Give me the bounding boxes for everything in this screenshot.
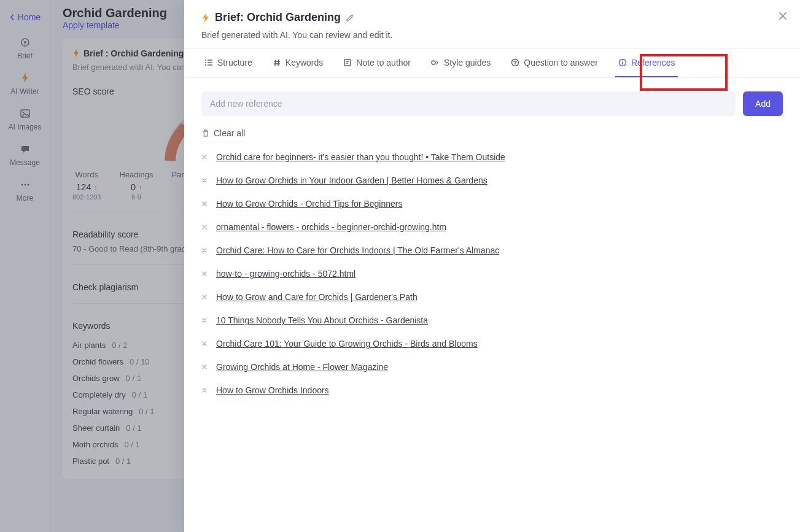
reference-item: Orchid Care: How to Care for Orchids Ind… (201, 245, 783, 255)
reference-link[interactable]: Orchid Care 101: Your Guide to Growing O… (216, 339, 478, 349)
remove-reference-icon[interactable] (201, 201, 208, 207)
reference-item: How to Grow and Care for Orchids | Garde… (201, 292, 783, 302)
modal-title: Brief: Orchid Gardening (215, 11, 341, 24)
reference-link[interactable]: How to Grow Orchids Indoors (216, 385, 329, 395)
reference-link[interactable]: Orchid Care: How to Care for Orchids Ind… (216, 245, 499, 255)
tab-label: Note to author (356, 58, 411, 67)
reference-item: ornamental - flowers - orchids - beginne… (201, 222, 783, 232)
reference-link[interactable]: Growing Orchids at Home - Flower Magazin… (216, 362, 388, 372)
reference-link[interactable]: Orchid care for beginners- it's easier t… (216, 152, 505, 162)
trash-icon (201, 129, 210, 137)
style-guides-icon (430, 58, 440, 67)
reference-item: Orchid Care 101: Your Guide to Growing O… (201, 339, 783, 349)
svg-rect-7 (344, 60, 351, 66)
tab-structure[interactable]: Structure (201, 49, 255, 77)
tab-label: Question to answer (524, 58, 598, 67)
edit-icon[interactable] (346, 13, 354, 22)
reference-item: How to Grow Orchids - Orchid Tips for Be… (201, 199, 783, 209)
remove-reference-icon[interactable] (201, 177, 208, 183)
tab-question-to-answer[interactable]: Question to answer (508, 49, 600, 77)
brief-modal: Brief: Orchid Gardening Brief generated … (184, 0, 800, 532)
reference-link[interactable]: How to Grow and Care for Orchids | Garde… (216, 292, 417, 302)
reference-link[interactable]: ornamental - flowers - orchids - beginne… (216, 222, 446, 232)
question-to-answer-icon (510, 58, 520, 67)
remove-reference-icon[interactable] (201, 341, 208, 347)
remove-reference-icon[interactable] (201, 224, 208, 230)
structure-icon (204, 58, 214, 67)
reference-link[interactable]: how-to - growing-orchids - 5072.html (216, 269, 355, 279)
clear-all-button[interactable]: Clear all (201, 128, 245, 142)
reference-link[interactable]: How to Grow Orchids - Orchid Tips for Be… (216, 199, 402, 209)
close-icon[interactable] (778, 11, 788, 21)
tab-keywords[interactable]: Keywords (270, 49, 325, 77)
tab-note-to-author[interactable]: Note to author (340, 49, 413, 77)
keywords-icon (272, 58, 282, 67)
remove-reference-icon[interactable] (201, 154, 208, 160)
reference-item: Orchid care for beginners- it's easier t… (201, 152, 783, 162)
reference-link[interactable]: How to Grow Orchids in Your Indoor Garde… (216, 175, 487, 185)
remove-reference-icon[interactable] (201, 364, 208, 370)
reference-item: How to Grow Orchids Indoors (201, 385, 783, 395)
reference-item: 10 Things Nobody Tells You About Orchids… (201, 315, 783, 325)
tab-label: References (631, 58, 675, 67)
reference-link[interactable]: 10 Things Nobody Tells You About Orchids… (216, 315, 428, 325)
reference-item: How to Grow Orchids in Your Indoor Garde… (201, 175, 783, 185)
add-reference-input[interactable] (201, 91, 736, 116)
modal-subtitle: Brief generated with AI. You can review … (201, 30, 783, 40)
tabs: StructureKeywordsNote to authorStyle gui… (184, 48, 800, 78)
remove-reference-icon[interactable] (201, 271, 208, 277)
bolt-icon (201, 12, 210, 23)
svg-point-8 (432, 61, 435, 64)
tab-label: Structure (217, 58, 252, 67)
tab-label: Style guides (444, 58, 491, 67)
note-to-author-icon (343, 58, 352, 67)
clear-all-label: Clear all (214, 128, 245, 138)
add-button[interactable]: Add (743, 91, 783, 116)
tab-references[interactable]: References (615, 49, 678, 77)
tab-label: Keywords (285, 58, 323, 67)
reference-item: how-to - growing-orchids - 5072.html (201, 269, 783, 279)
remove-reference-icon[interactable] (201, 247, 208, 253)
references-icon (618, 58, 627, 67)
tab-style-guides[interactable]: Style guides (428, 49, 493, 77)
reference-item: Growing Orchids at Home - Flower Magazin… (201, 362, 783, 372)
remove-reference-icon[interactable] (201, 387, 208, 393)
remove-reference-icon[interactable] (201, 294, 208, 300)
remove-reference-icon[interactable] (201, 317, 208, 323)
